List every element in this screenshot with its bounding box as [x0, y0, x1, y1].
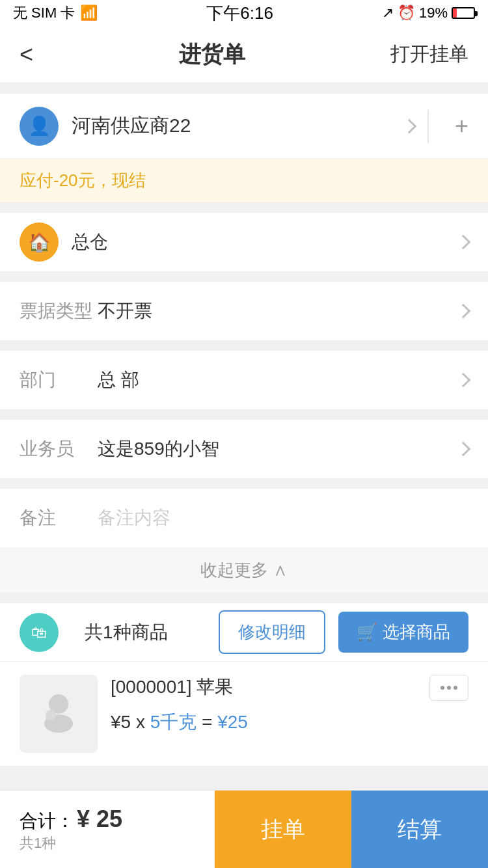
product-thumb-icon	[33, 688, 85, 740]
remark-input[interactable]: 备注内容	[98, 506, 468, 530]
divider	[427, 110, 429, 142]
supplier-name: 河南供应商22	[72, 113, 404, 139]
salesperson-chevron	[456, 442, 471, 457]
invoice-value: 不开票	[98, 299, 458, 323]
product-name: [0000001] 苹果	[111, 675, 416, 699]
status-left: 无 SIM 卡 📶	[13, 3, 98, 23]
select-product-button[interactable]: 🛒 选择商品	[338, 612, 468, 653]
product-price-row: ¥5 x 5千克 = ¥25	[111, 710, 416, 735]
alert-text: 应付-20元，现结	[20, 170, 146, 190]
separator-4	[0, 340, 488, 351]
dot-2	[447, 686, 451, 690]
time-label: 下午6:16	[206, 2, 273, 25]
svg-point-2	[46, 710, 56, 720]
product-code: [0000001]	[111, 677, 192, 697]
invoice-chevron	[456, 304, 471, 319]
department-value: 总 部	[98, 368, 458, 392]
supplier-icon: 👤	[20, 107, 59, 146]
product-thumbnail	[20, 675, 98, 753]
page-title: 进货单	[179, 40, 245, 70]
separator-2	[0, 202, 488, 213]
dot-3	[454, 686, 457, 690]
equals: =	[202, 712, 217, 732]
location-icon: ↗	[382, 5, 394, 21]
department-row[interactable]: 部门 总 部	[0, 351, 488, 409]
status-right: ↗ ⏰ 19%	[382, 5, 475, 21]
remark-label: 备注	[20, 506, 98, 530]
nav-bar: < 进货单 打开挂单	[0, 26, 488, 83]
unit-price: ¥5	[111, 712, 131, 732]
collapse-label: 收起更多 ∧	[200, 559, 287, 582]
invoice-section: 票据类型 不开票	[0, 282, 488, 340]
alert-banner: 应付-20元，现结	[0, 159, 488, 202]
salesperson-label: 业务员	[20, 437, 98, 461]
battery-icon	[452, 7, 475, 19]
product-count: 共1种商品	[85, 620, 206, 645]
carrier-label: 无 SIM 卡	[13, 3, 75, 23]
department-label: 部门	[20, 368, 98, 392]
warehouse-label: 总仓	[72, 230, 458, 254]
invoice-row[interactable]: 票据类型 不开票	[0, 282, 488, 340]
shop-icon: 🛍	[31, 623, 47, 642]
product-title: 苹果	[197, 677, 233, 697]
invoice-label: 票据类型	[20, 299, 98, 323]
total-count: 共1种	[20, 834, 195, 853]
home-icon: 🏠	[28, 232, 51, 253]
supplier-chevron	[402, 118, 417, 133]
total-row: 合计： ¥ 25	[20, 806, 195, 834]
separator-3	[0, 271, 488, 282]
department-section: 部门 总 部	[0, 351, 488, 409]
department-chevron	[456, 373, 471, 388]
salesperson-section: 业务员 这是859的小智	[0, 420, 488, 478]
supplier-row[interactable]: 👤 河南供应商22 +	[0, 94, 488, 159]
total-section: 合计： ¥ 25 共1种	[0, 791, 215, 868]
salesperson-row[interactable]: 业务员 这是859的小智	[0, 420, 488, 478]
separator-5	[0, 409, 488, 420]
item-total: ¥25	[217, 712, 248, 732]
remark-section: 备注 备注内容	[0, 489, 488, 547]
product-header: 🛍 共1种商品 修改明细 🛒 选择商品	[0, 603, 488, 662]
add-supplier-button[interactable]: +	[455, 113, 468, 140]
collapse-button[interactable]: 收起更多 ∧	[0, 547, 488, 593]
product-icon: 🛍	[20, 613, 59, 652]
alarm-icon: ⏰	[398, 5, 415, 21]
separator-7	[0, 593, 488, 603]
bottom-bar: 合计： ¥ 25 共1种 挂单 结算	[0, 790, 488, 868]
checkout-button[interactable]: 结算	[351, 791, 488, 868]
total-amount: ¥ 25	[77, 806, 122, 833]
salesperson-value: 这是859的小智	[98, 437, 458, 461]
product-item: [0000001] 苹果 ¥5 x 5千克 = ¥25	[0, 662, 488, 766]
separator-6	[0, 478, 488, 489]
battery-percent: 19%	[419, 5, 448, 21]
product-more-button[interactable]	[429, 675, 468, 701]
open-hang-button[interactable]: 打开挂单	[390, 41, 468, 68]
cart-icon: 🛒	[357, 622, 377, 642]
supplier-actions: +	[404, 110, 468, 142]
dot-1	[441, 686, 444, 690]
select-product-label: 选择商品	[383, 621, 450, 644]
separator-1	[0, 83, 488, 94]
warehouse-icon: 🏠	[20, 223, 59, 262]
status-bar: 无 SIM 卡 📶 下午6:16 ↗ ⏰ 19%	[0, 0, 488, 26]
total-label: 合计：	[20, 809, 74, 834]
warehouse-row[interactable]: 🏠 总仓	[0, 213, 488, 271]
user-icon: 👤	[28, 115, 51, 137]
price-separator: x	[136, 712, 150, 732]
remark-row[interactable]: 备注 备注内容	[0, 489, 488, 547]
warehouse-section: 🏠 总仓	[0, 213, 488, 271]
hang-button[interactable]: 挂单	[215, 791, 351, 868]
warehouse-chevron	[456, 235, 471, 250]
edit-detail-button[interactable]: 修改明细	[219, 610, 325, 654]
quantity: 5千克	[150, 712, 197, 732]
wifi-icon: 📶	[80, 5, 98, 21]
supplier-section: 👤 河南供应商22 + 应付-20元，现结	[0, 94, 488, 202]
back-button[interactable]: <	[20, 41, 33, 68]
product-details: [0000001] 苹果 ¥5 x 5千克 = ¥25	[111, 675, 416, 735]
